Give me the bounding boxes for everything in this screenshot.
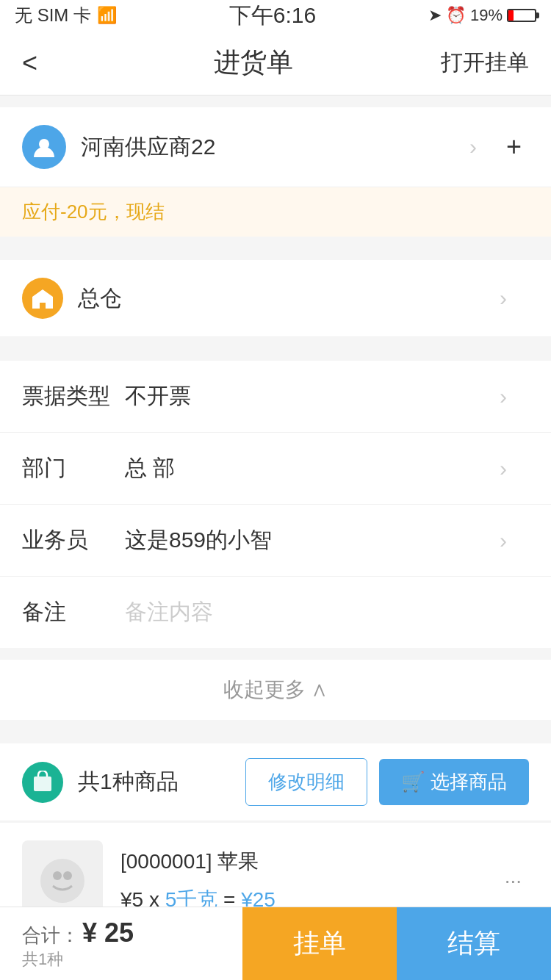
- salesman-chevron-icon: ›: [500, 528, 507, 553]
- salesman-value: 这是859的小智: [110, 525, 500, 555]
- status-bar-left: 无 SIM 卡 📶: [15, 4, 117, 27]
- status-bar-time: 下午6:16: [229, 1, 316, 31]
- product-title: 苹果: [217, 850, 259, 873]
- salesman-label: 业务员: [22, 525, 110, 555]
- supplier-chevron-icon: ›: [469, 134, 477, 159]
- total-amount: ¥ 25: [82, 918, 134, 948]
- department-chevron-icon: ›: [500, 456, 507, 481]
- product-icon: [22, 762, 63, 803]
- product-name: [0000001] 苹果: [120, 848, 497, 876]
- department-label: 部门: [22, 453, 110, 483]
- edit-details-button[interactable]: 修改明细: [245, 758, 367, 806]
- invoice-type-row[interactable]: 票据类型 不开票 ›: [0, 361, 551, 433]
- remark-input[interactable]: 备注内容: [110, 597, 529, 627]
- supplier-name: 河南供应商22: [81, 132, 469, 162]
- remark-row[interactable]: 备注 备注内容: [0, 577, 551, 648]
- bottom-bar: 合计： ¥ 25 共1种 挂单 结算: [0, 907, 551, 980]
- section-divider-3: [0, 337, 551, 349]
- total-section: 合计： ¥ 25 共1种: [0, 918, 242, 970]
- svg-rect-1: [34, 777, 51, 791]
- battery-percentage: 19%: [470, 6, 503, 25]
- section-divider-4: [0, 720, 551, 732]
- invoice-type-label: 票据类型: [22, 381, 110, 411]
- invoice-type-chevron-icon: ›: [500, 384, 507, 409]
- section-divider-2: [0, 237, 551, 248]
- wifi-icon: 📶: [97, 6, 117, 25]
- product-count: 共1种商品: [78, 767, 245, 797]
- remark-label: 备注: [22, 597, 110, 627]
- battery-icon: [507, 9, 536, 22]
- add-button[interactable]: +: [499, 131, 529, 162]
- nav-bar: < 进货单 打开挂单: [0, 31, 551, 96]
- open-pending-button[interactable]: 打开挂单: [441, 48, 529, 78]
- department-row[interactable]: 部门 总 部 ›: [0, 433, 551, 505]
- supplier-avatar: [22, 125, 66, 169]
- location-icon: ➤: [428, 6, 442, 25]
- select-product-label: 选择商品: [431, 769, 507, 795]
- cart-icon: 🛒: [401, 771, 425, 793]
- page-title: 进货单: [214, 45, 293, 81]
- form-section: 票据类型 不开票 › 部门 总 部 › 业务员 这是859的小智 › 备注 备注…: [0, 361, 551, 648]
- product-code: [0000001]: [120, 850, 212, 873]
- carrier-text: 无 SIM 卡: [15, 4, 91, 27]
- more-options-button[interactable]: ···: [497, 862, 529, 900]
- back-button[interactable]: <: [22, 48, 66, 79]
- product-info: [0000001] 苹果 ¥5 x 5千克 = ¥25: [120, 848, 497, 914]
- checkout-button[interactable]: 结算: [397, 907, 551, 981]
- salesman-row[interactable]: 业务员 这是859的小智 ›: [0, 505, 551, 577]
- total-count: 共1种: [22, 948, 220, 970]
- department-value: 总 部: [110, 453, 500, 483]
- select-product-button[interactable]: 🛒 选择商品: [379, 759, 529, 805]
- warehouse-chevron-icon: ›: [500, 286, 507, 311]
- suspend-button[interactable]: 挂单: [242, 907, 397, 981]
- supplier-card: 河南供应商22 › + 应付-20元，现结: [0, 107, 551, 237]
- svg-point-2: [40, 859, 84, 903]
- total-label: 合计：: [22, 923, 79, 948]
- alarm-icon: ⏰: [446, 6, 466, 25]
- status-bar: 无 SIM 卡 📶 下午6:16 ➤ ⏰ 19%: [0, 0, 551, 31]
- svg-point-3: [53, 871, 62, 880]
- product-header: 共1种商品 修改明细 🛒 选择商品: [0, 743, 551, 821]
- warehouse-name: 总仓: [78, 284, 500, 314]
- status-bar-right: ➤ ⏰ 19%: [428, 6, 536, 25]
- collapse-row[interactable]: 收起更多 ∧: [0, 660, 551, 720]
- warehouse-row[interactable]: 总仓 ›: [0, 260, 551, 337]
- section-divider-1: [0, 96, 551, 107]
- supplier-row[interactable]: 河南供应商22 › +: [0, 107, 551, 187]
- invoice-type-value: 不开票: [110, 381, 500, 411]
- warehouse-icon: [22, 278, 63, 319]
- payment-notice: 应付-20元，现结: [0, 187, 551, 237]
- svg-point-4: [63, 871, 72, 880]
